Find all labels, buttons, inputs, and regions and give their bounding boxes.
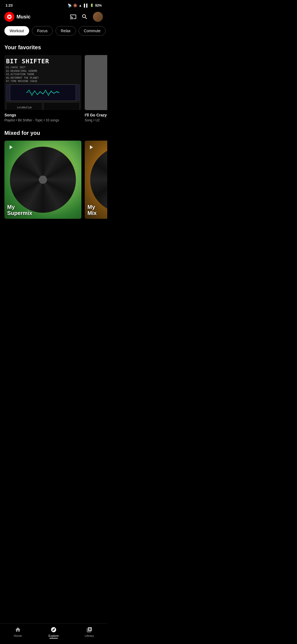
vinyl-center-supermix xyxy=(39,176,47,184)
favorites-card-bitshifter[interactable]: BIT SHIFTER 01.CHASE INIT- 02.HEXADECIMA… xyxy=(4,55,81,122)
mymix1-label: MyMix xyxy=(87,204,97,216)
supermix-play-icon xyxy=(10,145,13,149)
bitshifter-art: BIT SHIFTER 01.CHASE INIT- 02.HEXADECIMA… xyxy=(4,55,81,110)
battery-icon: 🔋 xyxy=(90,4,94,7)
status-time: 1:23 xyxy=(6,3,13,7)
header-actions xyxy=(70,12,103,22)
chip-commute[interactable]: Commute xyxy=(79,26,106,36)
avatar-image xyxy=(93,12,103,22)
bitshifter-title: Songs xyxy=(4,113,81,117)
avatar xyxy=(93,12,103,22)
supermix-label: MySupermix xyxy=(7,204,32,216)
supermix-thumbnail: MySupermix xyxy=(4,141,81,219)
app-title: Music xyxy=(16,14,31,20)
mute-icon: 🔕 xyxy=(73,4,77,7)
wifi-icon: ▲ xyxy=(79,4,82,7)
cast-button[interactable] xyxy=(70,13,76,20)
main-content: Workout Focus Relax Commute Your favorit… xyxy=(0,25,107,244)
chip-focus[interactable]: Focus xyxy=(32,26,53,36)
u2-thumbnail xyxy=(85,55,107,110)
mymix1-thumbnail: MyMix 1 xyxy=(85,141,107,219)
bs-band-title: BIT SHIFTER xyxy=(6,58,80,65)
avatar-button[interactable] xyxy=(93,12,103,22)
chip-workout[interactable]: Workout xyxy=(4,26,29,36)
mixed-section: Mixed for you MySupermix My Supermix Ala… xyxy=(0,125,107,222)
favorites-cards: BIT SHIFTER 01.CHASE INIT- 02.HEXADECIMA… xyxy=(0,55,107,122)
app-header: Music xyxy=(0,10,107,25)
bs-panel-1: InFoRMaTIoN xyxy=(6,102,42,110)
bs-synth-inner xyxy=(10,84,76,101)
bs-waveform xyxy=(17,89,69,97)
favorites-card-u2[interactable]: I'll Go Crazy If I Don't Go Crazy Tonigh… xyxy=(85,55,107,122)
mix-card-supermix[interactable]: MySupermix My Supermix Alabama Shakes xyxy=(4,141,81,219)
logo-area: Music xyxy=(4,12,31,22)
mymix1-play-overlay xyxy=(87,143,95,151)
u2-subtitle: Song • U2 xyxy=(85,118,107,122)
signal-icon: ▌▌ xyxy=(84,4,89,7)
mymix1-play-icon xyxy=(90,145,93,149)
vinyl-record-mymix1 xyxy=(90,147,107,213)
cast-status-icon: 📡 xyxy=(68,4,72,7)
favorites-title: Your favorites xyxy=(0,42,107,55)
bitshifter-subtitle: Playlist • Bit Shifter - Topic • 33 song… xyxy=(4,118,81,122)
u2-title: I'll Go Crazy If I Don't Go Crazy Tonigh… xyxy=(85,113,107,117)
supermix-play-overlay xyxy=(7,143,15,151)
cast-icon xyxy=(70,13,76,20)
search-icon xyxy=(81,13,88,20)
mixed-title: Mixed for you xyxy=(0,128,107,141)
bs-panel-2 xyxy=(43,102,80,110)
chip-relax[interactable]: Relax xyxy=(56,26,76,36)
bs-tracklist: 01.CHASE INIT- 02.HEXADECIMAL GENOME 03.… xyxy=(6,66,80,83)
vinyl-record-supermix xyxy=(10,147,76,213)
status-icons: 📡 🔕 ▲ ▌▌ 🔋 92% xyxy=(68,4,102,7)
status-bar: 1:23 📡 🔕 ▲ ▌▌ 🔋 92% xyxy=(0,0,107,10)
search-button[interactable] xyxy=(81,13,88,20)
battery-level: 92% xyxy=(95,4,102,7)
mixed-cards: MySupermix My Supermix Alabama Shakes My… xyxy=(0,141,107,219)
favorites-section: Your favorites BIT SHIFTER 01.CHASE INIT… xyxy=(0,40,107,125)
bs-synth-display xyxy=(6,84,80,101)
mood-chips-row: Workout Focus Relax Commute xyxy=(0,25,107,40)
bitshifter-thumbnail: BIT SHIFTER 01.CHASE INIT- 02.HEXADECIMA… xyxy=(4,55,81,110)
bs-bottom-panels: InFoRMaTIoN xyxy=(6,102,80,110)
youtube-music-logo xyxy=(4,12,14,22)
mix-card-mymix1[interactable]: MyMix 1 My Mix 1 Phoenix, Santigold, Dis… xyxy=(85,141,107,219)
